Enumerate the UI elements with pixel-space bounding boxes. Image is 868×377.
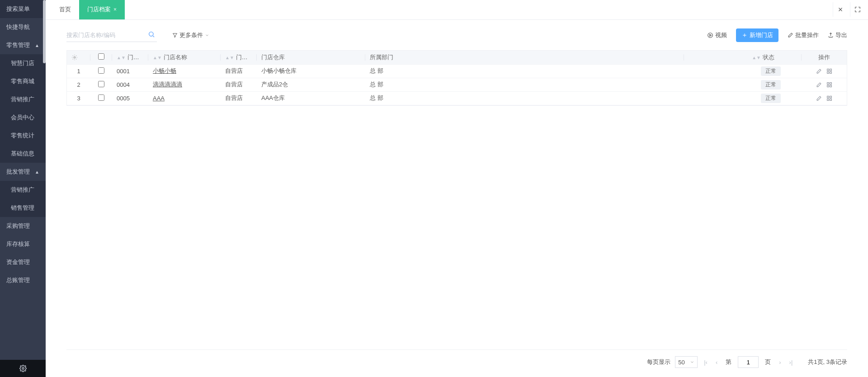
- cell-dept: 总 部: [365, 64, 684, 78]
- sidebar-item-label: 总账管理: [6, 276, 30, 284]
- filter-icon: [172, 33, 178, 38]
- sidebar-item-label: 库存核算: [6, 240, 30, 248]
- table: ▲▼门店... ▲▼门店名称 ▲▼门店... 门店仓库 所属部门 ▲▼状态 操作…: [66, 50, 847, 106]
- sidebar-subitem[interactable]: 会员中心: [0, 108, 46, 127]
- row-more[interactable]: [826, 82, 832, 88]
- svg-rect-8: [827, 82, 829, 84]
- cell-dept: 总 部: [365, 78, 684, 91]
- row-edit[interactable]: [816, 82, 822, 88]
- cell-code: 0004: [112, 78, 148, 91]
- sidebar-item[interactable]: 采购管理: [0, 217, 46, 235]
- select-all-checkbox[interactable]: [98, 53, 104, 60]
- play-circle-icon: [707, 32, 713, 38]
- col-type[interactable]: ▲▼门店...: [221, 51, 257, 64]
- status-badge: 正常: [761, 66, 781, 76]
- sidebar-item[interactable]: 总账管理: [0, 271, 46, 289]
- grid-icon: [826, 95, 832, 101]
- sidebar-subitem[interactable]: 销售管理: [0, 199, 46, 217]
- page-input[interactable]: [738, 356, 759, 368]
- chevron-down-icon: [690, 360, 694, 364]
- svg-rect-10: [827, 85, 829, 87]
- row-checkbox[interactable]: [98, 67, 104, 74]
- page-last[interactable]: ›|: [788, 359, 795, 366]
- sidebar-item-label: 销售管理: [11, 204, 34, 212]
- gear-icon: [71, 54, 78, 61]
- add-store-button[interactable]: ＋ 新增门店: [736, 28, 778, 42]
- sidebar-subitem[interactable]: 智慧门店: [0, 54, 46, 72]
- cell-idx: 1: [67, 64, 90, 78]
- sidebar-item[interactable]: 批发管理▲: [0, 163, 46, 181]
- status-badge: 正常: [761, 80, 781, 90]
- search-input[interactable]: [66, 28, 157, 42]
- svg-point-1: [149, 32, 153, 36]
- sidebar-subitem[interactable]: 零售统计: [0, 127, 46, 145]
- grid-icon: [826, 82, 832, 88]
- row-more[interactable]: [826, 68, 832, 74]
- sidebar-item-label: 零售统计: [11, 132, 34, 140]
- col-checkbox: [90, 51, 112, 64]
- cell-type: 自营店: [221, 78, 257, 91]
- col-dept: 所属部门: [365, 51, 684, 64]
- sidebar-settings[interactable]: [0, 360, 46, 377]
- fullscreen-button[interactable]: [850, 2, 864, 17]
- col-name[interactable]: ▲▼门店名称: [148, 51, 221, 64]
- table-row: 20004滴滴滴滴滴自营店产成品2仓总 部正常: [67, 78, 847, 91]
- row-more[interactable]: [826, 95, 832, 101]
- tab-bar: 首页门店档案×: [46, 0, 868, 20]
- sidebar-item-label: 零售商城: [11, 77, 34, 85]
- table-row: 30005AAA自营店AAA仓库总 部正常: [67, 91, 847, 105]
- grid-icon: [826, 68, 832, 74]
- col-settings[interactable]: [67, 51, 90, 64]
- gear-icon: [19, 365, 27, 372]
- svg-rect-5: [830, 69, 832, 71]
- sidebar-subitem[interactable]: 营销推广: [0, 181, 46, 199]
- sidebar-item-label: 资金管理: [6, 258, 30, 266]
- sidebar-item[interactable]: 零售管理▲: [0, 36, 46, 54]
- sidebar-item[interactable]: 搜索菜单: [0, 0, 46, 18]
- tab[interactable]: 首页: [51, 0, 79, 19]
- sidebar-item-label: 会员中心: [11, 113, 34, 122]
- svg-rect-12: [827, 96, 829, 98]
- chevron-down-icon: [205, 33, 209, 38]
- export-label: 导出: [835, 31, 847, 39]
- row-edit[interactable]: [816, 95, 822, 101]
- col-status[interactable]: ▲▼状态: [684, 51, 802, 64]
- search-icon[interactable]: [148, 31, 155, 38]
- chevron-up-icon: ▲: [35, 43, 39, 48]
- page-prev[interactable]: ‹: [714, 359, 719, 366]
- sidebar-subitem[interactable]: 营销推广: [0, 90, 46, 108]
- more-conditions[interactable]: 更多条件: [172, 31, 209, 39]
- pagination: 每页显示 50 |‹ ‹ 第 页 › ›| 共1页, 3条记录: [66, 349, 847, 368]
- page-first[interactable]: |‹: [702, 359, 709, 366]
- row-checkbox[interactable]: [98, 81, 104, 87]
- svg-rect-13: [830, 96, 832, 98]
- cell-name[interactable]: 小畅小畅: [153, 67, 176, 74]
- svg-rect-11: [830, 85, 832, 87]
- svg-rect-6: [827, 71, 829, 73]
- page-next[interactable]: ›: [777, 359, 783, 366]
- tab[interactable]: 门店档案×: [79, 0, 125, 19]
- page-size-value: 50: [678, 359, 684, 366]
- sidebar-item[interactable]: 库存核算: [0, 235, 46, 253]
- tab-close[interactable]: ×: [113, 6, 117, 13]
- svg-rect-15: [830, 99, 832, 100]
- cell-name[interactable]: AAA: [153, 95, 165, 102]
- video-button[interactable]: 视频: [707, 31, 727, 39]
- sidebar-item[interactable]: 快捷导航: [0, 18, 46, 36]
- page-size-select[interactable]: 50: [675, 356, 698, 368]
- sidebar-subitem[interactable]: 零售商城: [0, 72, 46, 90]
- row-edit[interactable]: [816, 68, 822, 74]
- svg-point-3: [74, 57, 75, 58]
- cell-idx: 2: [67, 78, 90, 91]
- row-checkbox[interactable]: [98, 94, 104, 101]
- sidebar-subitem[interactable]: 基础信息: [0, 145, 46, 163]
- col-code[interactable]: ▲▼门店...: [112, 51, 148, 64]
- sidebar: 搜索菜单快捷导航零售管理▲智慧门店零售商城营销推广会员中心零售统计基础信息批发管…: [0, 0, 46, 377]
- bulk-ops-button[interactable]: 批量操作: [788, 31, 819, 39]
- export-button[interactable]: 导出: [828, 31, 847, 39]
- cell-name[interactable]: 滴滴滴滴滴: [153, 81, 182, 88]
- sidebar-item-label: 零售管理: [6, 41, 30, 49]
- sidebar-item[interactable]: 资金管理: [0, 253, 46, 271]
- close-all-tabs[interactable]: [833, 2, 847, 17]
- col-warehouse: 门店仓库: [257, 51, 365, 64]
